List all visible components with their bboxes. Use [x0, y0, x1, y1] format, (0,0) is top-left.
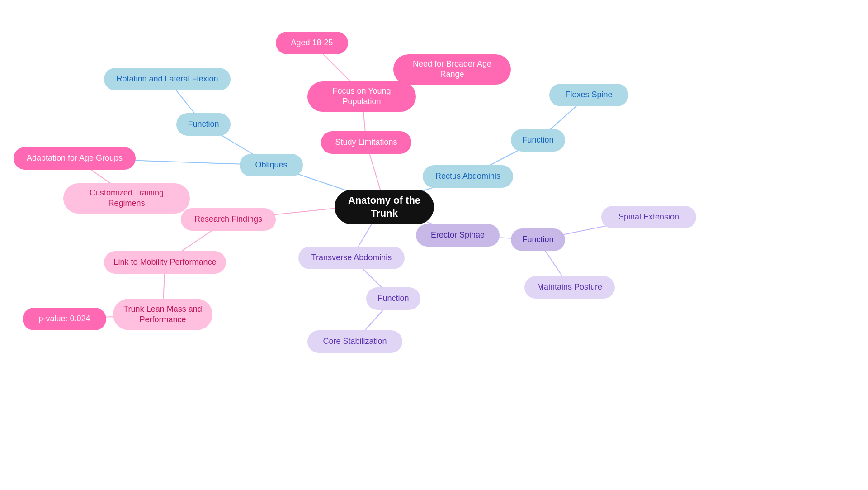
node-aged1825[interactable]: Aged 18-25: [276, 32, 348, 54]
node-adaptAge[interactable]: Adaptation for Age Groups: [14, 147, 136, 170]
node-focusYoung[interactable]: Focus on Young Population: [307, 81, 416, 112]
node-rectusAbdominis[interactable]: Rectus Abdominis: [423, 165, 513, 188]
node-functionRectus[interactable]: Function: [511, 129, 565, 152]
node-functionTransverse[interactable]: Function: [366, 287, 420, 310]
node-erectorSpinae[interactable]: Erector Spinae: [416, 224, 500, 247]
node-coreStabilization[interactable]: Core Stabilization: [307, 330, 402, 353]
node-pvalue[interactable]: p-value: 0.024: [23, 308, 106, 330]
node-flexesSpine[interactable]: Flexes Spine: [549, 84, 628, 106]
node-studyLimitations[interactable]: Study Limitations: [321, 131, 411, 154]
node-obliques[interactable]: Obliques: [240, 154, 303, 176]
mind-map: Anatomy of the TrunkAged 18-25Need for B…: [0, 0, 868, 490]
node-transverseAbdominis[interactable]: Transverse Abdominis: [298, 247, 405, 269]
node-maintainsPosture[interactable]: Maintains Posture: [524, 276, 615, 299]
node-center[interactable]: Anatomy of the Trunk: [335, 190, 434, 224]
node-spinalExtension[interactable]: Spinal Extension: [601, 206, 696, 228]
node-linkMobility[interactable]: Link to Mobility Performance: [104, 251, 226, 274]
node-functionErector[interactable]: Function: [511, 228, 565, 251]
node-customTraining[interactable]: Customized Training Regimens: [63, 183, 190, 214]
node-researchFindings[interactable]: Research Findings: [181, 208, 276, 231]
node-needBroader[interactable]: Need for Broader Age Range: [393, 54, 511, 85]
node-trunkLeanMass[interactable]: Trunk Lean Mass and Performance: [113, 299, 212, 330]
node-rotationLateral[interactable]: Rotation and Lateral Flexion: [104, 68, 231, 90]
node-functionObliques[interactable]: Function: [176, 113, 231, 136]
